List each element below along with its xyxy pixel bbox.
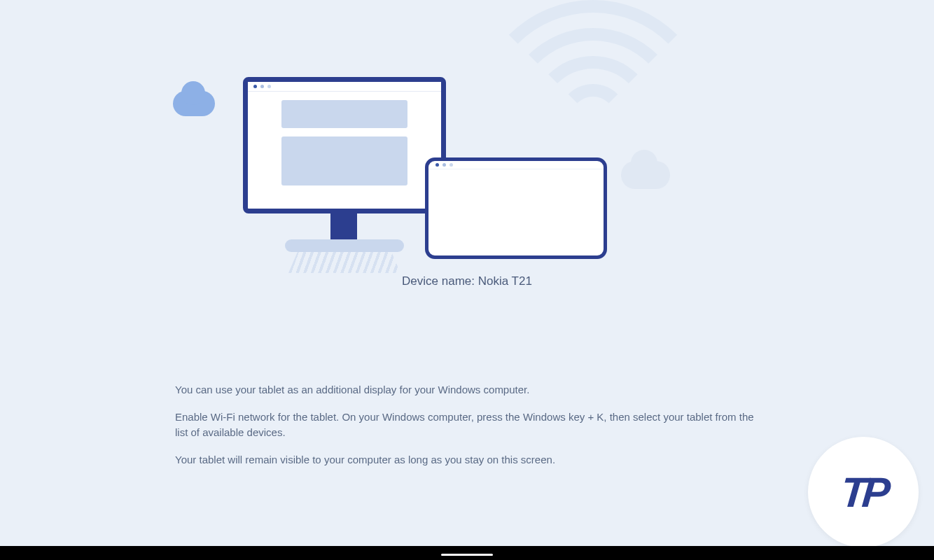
logo-badge: TP: [808, 437, 919, 547]
device-name-value: Nokia T21: [478, 274, 532, 288]
cloud-icon: [173, 91, 215, 116]
tablet-icon: [425, 158, 607, 259]
reflection-icon: [288, 252, 400, 273]
window-controls-icon: [248, 82, 441, 92]
instruction-line-2: Enable Wi-Fi network for the tablet. On …: [175, 410, 759, 441]
monitor-base-icon: [285, 239, 404, 252]
monitor-stand-icon: [330, 214, 357, 241]
monitor-icon: [243, 77, 446, 214]
wifi-signal-icon: [558, 84, 628, 154]
instructions-text: You can use your tablet as an additional…: [175, 382, 759, 479]
illustration-area: [0, 21, 934, 301]
window-controls-icon: [428, 161, 604, 169]
gesture-handle-icon[interactable]: [441, 554, 493, 556]
cloud-icon: [621, 161, 670, 189]
instruction-line-3: Your tablet will remain visible to your …: [175, 452, 759, 468]
navigation-bar: [0, 546, 934, 560]
device-name-label: Device name: Nokia T21: [0, 274, 934, 288]
logo-icon: TP: [839, 468, 888, 517]
wireless-display-illustration: [215, 21, 719, 287]
device-name-prefix: Device name:: [402, 274, 478, 288]
instruction-line-1: You can use your tablet as an additional…: [175, 382, 759, 398]
